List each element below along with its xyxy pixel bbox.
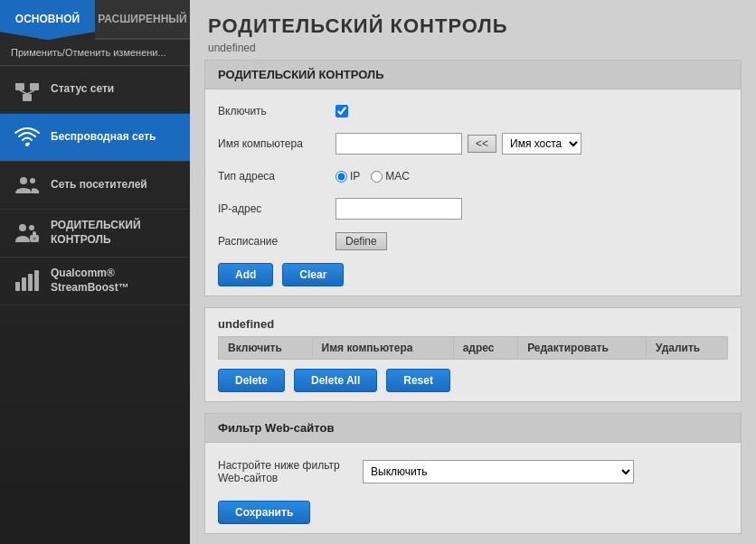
parental-panel-body: Включить Имя компьютера << Имя хоста xyxy=(205,89,741,295)
table-panel-body: undefined Включить Имя компьютера адрес … xyxy=(205,308,741,401)
mac-radio-text: MAC xyxy=(385,170,410,183)
svg-point-7 xyxy=(30,178,35,183)
sidebar: ОСНОВНОЙ РАСШИРЕННЫЙ Применить/Отменить … xyxy=(0,0,190,544)
col-address: адрес xyxy=(453,337,517,360)
parental-control-panel: РОДИТЕЛЬСКИЙ КОНТРОЛЬ Включить Имя компь… xyxy=(204,60,742,296)
wifi-icon xyxy=(13,123,42,152)
content-area: РОДИТЕЛЬСКИЙ КОНТРОЛЬ Включить Имя компь… xyxy=(190,60,756,544)
sidebar-label-qualcomm: Qualcomm® StreamBoost™ xyxy=(51,267,177,295)
apply-cancel-bar[interactable]: Применить/Отменить изменени... xyxy=(0,40,190,66)
sidebar-label-parental: РОДИТЕЛЬСКИЙ КОНТРОЛЬ xyxy=(51,219,177,247)
computer-name-control: << Имя хоста xyxy=(335,133,581,155)
guest-icon xyxy=(13,171,42,200)
clear-button[interactable]: Clear xyxy=(282,263,344,286)
computer-name-input[interactable] xyxy=(335,133,462,155)
save-row: Сохранить xyxy=(218,501,728,524)
table-buttons-row: Delete Delete All Reset xyxy=(218,369,728,392)
address-type-row: Тип адреса IP MAC xyxy=(218,164,728,189)
svg-rect-14 xyxy=(28,274,33,291)
filter-select-wrapper: Выключить Включить xyxy=(363,460,634,483)
svg-rect-2 xyxy=(23,94,32,101)
parental-panel-header: РОДИТЕЛЬСКИЙ КОНТРОЛЬ xyxy=(205,61,741,89)
svg-rect-1 xyxy=(30,83,39,90)
ip-radio[interactable] xyxy=(335,171,347,183)
address-type-label: Тип адреса xyxy=(218,170,335,183)
col-delete: Удалить xyxy=(646,337,727,360)
page-header: РОДИТЕЛЬСКИЙ КОНТРОЛЬ undefined xyxy=(190,0,756,60)
parental-table: Включить Имя компьютера адрес Редактиров… xyxy=(218,336,728,360)
sidebar-tabs: ОСНОВНОЙ РАСШИРЕННЫЙ xyxy=(0,0,190,40)
address-type-control: IP MAC xyxy=(335,170,410,183)
enable-checkbox[interactable] xyxy=(335,105,348,117)
svg-line-4 xyxy=(27,90,34,94)
computer-name-row: Имя компьютера << Имя хоста xyxy=(218,131,728,156)
svg-point-11 xyxy=(33,238,36,240)
svg-rect-15 xyxy=(34,270,39,291)
page-title: РОДИТЕЛЬСКИЙ КОНТРОЛЬ xyxy=(208,14,738,38)
save-button[interactable]: Сохранить xyxy=(218,501,310,524)
main-content: РОДИТЕЛЬСКИЙ КОНТРОЛЬ undefined РОДИТЕЛЬ… xyxy=(190,0,756,544)
sidebar-item-wireless[interactable]: Беспроводная сеть xyxy=(0,114,190,162)
svg-point-6 xyxy=(20,177,27,184)
col-computer-name: Имя компьютера xyxy=(312,337,453,360)
reset-button[interactable]: Reset xyxy=(386,369,450,392)
schedule-row: Расписание Define xyxy=(218,229,728,254)
schedule-control: Define xyxy=(335,232,387,250)
sidebar-item-guest-network[interactable]: Сеть посетителей xyxy=(0,162,190,210)
sidebar-label-guest: Сеть посетителей xyxy=(51,178,147,192)
svg-rect-12 xyxy=(15,282,20,291)
enable-label: Включить xyxy=(218,105,335,117)
col-enable: Включить xyxy=(219,337,313,360)
network-icon xyxy=(13,75,42,104)
add-clear-row: Add Clear xyxy=(218,263,728,286)
page-subtitle: undefined xyxy=(208,42,738,54)
filter-row: Настройте ниже фильтр Web-сайтов Выключи… xyxy=(218,452,728,492)
tab-advanced[interactable]: РАСШИРЕННЫЙ xyxy=(95,0,190,40)
table-panel: undefined Включить Имя компьютера адрес … xyxy=(204,307,742,402)
svg-point-5 xyxy=(25,143,29,146)
enable-row: Включить xyxy=(218,98,728,124)
ip-address-input[interactable] xyxy=(335,198,462,220)
table-title: undefined xyxy=(218,317,728,331)
ip-address-label: IP-адрес xyxy=(218,202,335,215)
sidebar-item-qualcomm[interactable]: Qualcomm® StreamBoost™ xyxy=(0,258,190,305)
ip-address-row: IP-адрес xyxy=(218,196,728,221)
delete-button[interactable]: Delete xyxy=(218,369,285,392)
filter-select[interactable]: Выключить Включить xyxy=(363,460,634,483)
sidebar-item-network-status[interactable]: Статус сети xyxy=(0,66,190,114)
svg-rect-13 xyxy=(22,277,26,291)
delete-all-button[interactable]: Delete All xyxy=(294,369,377,392)
svg-point-9 xyxy=(29,225,34,230)
filter-label: Настройте ниже фильтр Web-сайтов xyxy=(218,459,363,484)
hostname-select[interactable]: Имя хоста xyxy=(502,133,581,155)
sidebar-item-parental[interactable]: РОДИТЕЛЬСКИЙ КОНТРОЛЬ xyxy=(0,210,190,258)
tab-basic[interactable]: ОСНОВНОЙ xyxy=(0,0,95,40)
ip-radio-label[interactable]: IP xyxy=(335,170,360,183)
sidebar-label-network-status: Статус сети xyxy=(51,82,114,97)
web-filter-body: Настройте ниже фильтр Web-сайтов Выключи… xyxy=(205,443,741,533)
svg-line-3 xyxy=(20,90,27,94)
web-filter-header: Фильтр Web-сайтов xyxy=(205,414,741,443)
col-edit: Редактировать xyxy=(518,337,647,360)
arrow-button[interactable]: << xyxy=(468,135,496,153)
svg-point-8 xyxy=(19,224,26,231)
web-filter-panel: Фильтр Web-сайтов Настройте ниже фильтр … xyxy=(204,413,742,534)
qualcomm-icon xyxy=(13,267,42,295)
table-header-row: Включить Имя компьютера адрес Редактиров… xyxy=(219,337,728,360)
ip-radio-text: IP xyxy=(350,170,360,183)
parental-icon xyxy=(13,219,42,248)
add-button[interactable]: Add xyxy=(218,263,273,286)
mac-radio-label[interactable]: MAC xyxy=(371,170,410,183)
define-button[interactable]: Define xyxy=(335,232,387,250)
ip-address-control xyxy=(335,198,462,220)
sidebar-label-wireless: Беспроводная сеть xyxy=(51,130,156,145)
svg-rect-0 xyxy=(15,83,24,90)
computer-name-label: Имя компьютера xyxy=(218,137,335,150)
schedule-label: Расписание xyxy=(218,235,335,248)
enable-control xyxy=(335,105,348,117)
mac-radio[interactable] xyxy=(371,171,383,183)
